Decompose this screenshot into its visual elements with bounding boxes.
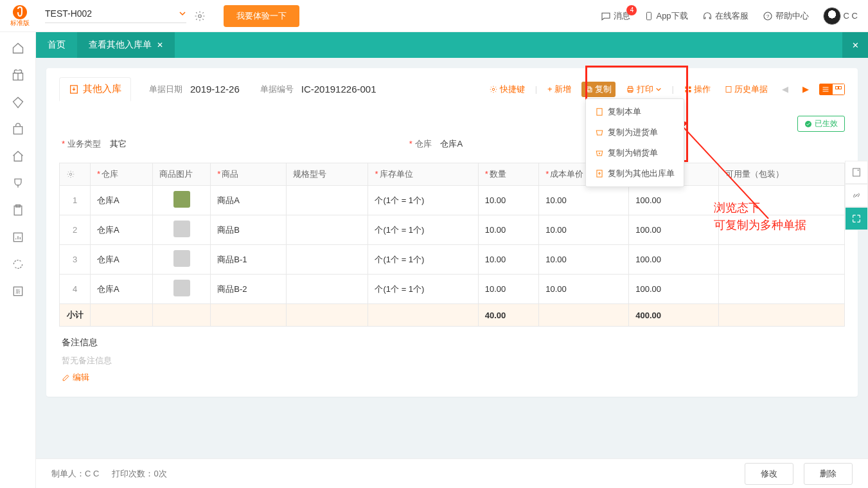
nav-report-icon[interactable] — [11, 230, 25, 244]
col-spec: 规格型号 — [286, 163, 368, 186]
logo-label: 标准版 — [10, 19, 30, 28]
remark-section: 备注信息 暂无备注信息 编辑 — [46, 327, 858, 397]
top-header: 标准版 TEST-H002 我要体验一下 消息 4 App下载 在线客服 ? 帮… — [0, 0, 868, 32]
col-warehouse: *仓库 — [91, 163, 153, 186]
remark-empty: 暂无备注信息 — [62, 355, 842, 366]
copy-as-sales-item[interactable]: 复制为销货单 — [586, 143, 684, 163]
svg-rect-32 — [853, 168, 860, 176]
help-icon: ? — [763, 11, 773, 21]
product-thumb — [173, 250, 190, 267]
nav-house-icon[interactable] — [11, 149, 25, 163]
check-icon — [804, 120, 812, 128]
nav-new-icon[interactable]: 新 — [11, 284, 25, 298]
product-thumb — [173, 221, 190, 237]
shortcut-action[interactable]: 快捷键 — [485, 82, 529, 97]
tool-expand-icon[interactable] — [845, 207, 868, 230]
new-action[interactable]: + 新增 — [544, 82, 575, 97]
edit-icon — [62, 374, 70, 382]
help-center-link[interactable]: ? 帮助中心 — [763, 10, 809, 22]
nav-home-icon[interactable] — [11, 41, 25, 55]
product-thumb — [173, 280, 190, 296]
plus-icon: + — [547, 84, 553, 94]
col-gear[interactable] — [60, 163, 91, 186]
svg-point-13 — [492, 88, 495, 91]
edit-remark-link[interactable]: 编辑 — [62, 372, 89, 383]
warehouse-value: 仓库A — [440, 139, 463, 149]
view-switch — [819, 84, 845, 95]
close-tab-icon[interactable]: ✕ — [157, 41, 163, 50]
next-action[interactable]: ▶ — [799, 82, 813, 96]
try-button[interactable]: 我要体验一下 — [224, 5, 299, 27]
headset-icon — [702, 11, 713, 21]
out-icon — [595, 169, 604, 178]
tab-home[interactable]: 首页 — [36, 32, 77, 58]
warehouse-field: *仓库 仓库A — [409, 138, 463, 150]
nav-bag-icon[interactable] — [11, 122, 25, 136]
tab-current[interactable]: 查看其他入库单 ✕ — [77, 32, 175, 58]
phone-icon — [644, 11, 653, 21]
footer-bar: 制单人：C C 打印次数：0次 修改 删除 — [36, 458, 868, 488]
tabs-bar: 首页 查看其他入库单 ✕ ✕ — [36, 32, 868, 58]
nav-gift-icon[interactable] — [11, 68, 25, 82]
svg-rect-22 — [689, 90, 691, 93]
svg-text:新: 新 — [15, 289, 21, 294]
table-row[interactable]: 3 仓库A 商品B-1 个(1个 = 1个) 10.00 10.00 100.0… — [60, 245, 845, 275]
left-nav: 新 — [0, 32, 36, 488]
settings-gear-icon[interactable] — [194, 10, 206, 22]
copy-dropdown: 复制本单 复制为进货单 复制为销货单 — [585, 98, 684, 187]
logo[interactable]: 标准版 — [10, 5, 30, 28]
close-all-tabs[interactable]: ✕ — [842, 32, 868, 58]
nav-clipboard-icon[interactable] — [11, 203, 25, 217]
logo-icon — [12, 5, 28, 20]
nav-money-icon[interactable] — [11, 176, 25, 190]
svg-text:?: ? — [766, 13, 769, 19]
svg-point-30 — [69, 173, 72, 176]
copy-this-item[interactable]: 复制本单 — [586, 102, 684, 122]
app-download-link[interactable]: App下载 — [644, 10, 687, 22]
tool-link-icon[interactable] — [845, 184, 868, 207]
nav-cycle-icon[interactable] — [11, 257, 25, 271]
svg-rect-24 — [836, 86, 838, 89]
view-list-icon[interactable] — [819, 84, 832, 95]
col-qty: *数量 — [478, 163, 539, 186]
doc-number: IC-20191226-001 — [301, 84, 376, 95]
tool-note-icon[interactable] — [845, 161, 868, 184]
prev-action[interactable]: ◀ — [778, 82, 792, 96]
col-unit: *库存单位 — [368, 163, 478, 186]
purchase-icon — [595, 128, 604, 137]
card-title: 其他入库 — [83, 83, 121, 95]
delete-button[interactable]: 删除 — [804, 463, 853, 485]
messages-badge: 4 — [626, 5, 637, 15]
company-select[interactable]: TEST-H002 — [45, 8, 186, 23]
svg-point-1 — [199, 14, 202, 17]
card-header: 其他入库 单据日期 2019-12-26 单据编号 IC-20191226-00… — [46, 68, 858, 111]
svg-rect-6 — [13, 127, 22, 134]
product-thumb — [173, 191, 190, 208]
history-action[interactable]: 历史单据 — [721, 82, 772, 97]
subtotal-row: 小计 40.00400.00 — [60, 304, 845, 327]
gear-icon — [489, 85, 498, 94]
chevron-down-icon — [179, 10, 186, 17]
copy-as-purchase-item[interactable]: 复制为进货单 — [586, 122, 684, 143]
copy-doc-icon — [595, 107, 604, 116]
modify-button[interactable]: 修改 — [745, 463, 793, 485]
biz-type-value: 其它 — [110, 139, 127, 149]
nav-diamond-icon[interactable] — [11, 95, 25, 109]
svg-rect-26 — [597, 108, 602, 115]
table-row[interactable]: 4 仓库A 商品B-2 个(1个 = 1个) 10.00 10.00 100.0… — [60, 275, 845, 304]
header-right: 消息 4 App下载 在线客服 ? 帮助中心 C C — [601, 7, 858, 25]
right-tools — [845, 161, 868, 230]
col-image: 商品图片 — [153, 163, 211, 186]
svg-rect-25 — [839, 86, 842, 89]
svg-rect-23 — [726, 86, 731, 92]
user-menu[interactable]: C C — [823, 7, 858, 25]
view-card-icon[interactable] — [832, 84, 845, 95]
messages-link[interactable]: 消息 4 — [601, 10, 630, 22]
online-service-link[interactable]: 在线客服 — [702, 10, 748, 22]
card-meta: 单据日期 2019-12-26 单据编号 IC-20191226-001 — [149, 84, 376, 95]
col-product: *商品 — [211, 163, 287, 186]
copy-as-other-out-item[interactable]: 复制为其他出库单 — [586, 163, 684, 184]
history-icon — [725, 86, 732, 93]
card-title-tab[interactable]: 其他入库 — [59, 77, 131, 102]
doc-in-icon — [69, 84, 79, 95]
